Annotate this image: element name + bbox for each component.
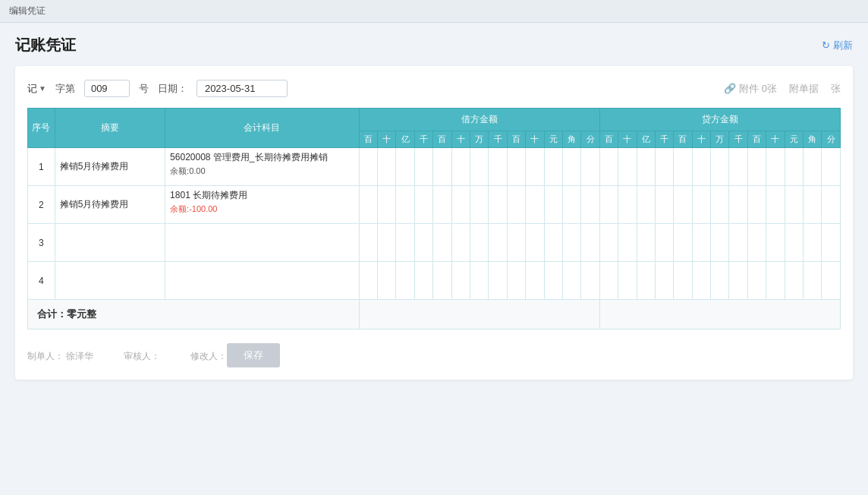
debit-cell[interactable] — [396, 186, 414, 224]
debit-cell[interactable] — [470, 262, 489, 300]
debit-cell[interactable] — [470, 148, 489, 186]
credit-cell[interactable] — [618, 186, 637, 224]
debit-cell[interactable] — [378, 262, 396, 300]
row-summary[interactable] — [55, 224, 165, 262]
debit-cell[interactable] — [433, 148, 451, 186]
credit-cell[interactable] — [655, 186, 673, 224]
debit-cell[interactable] — [581, 262, 599, 300]
credit-cell[interactable] — [711, 224, 729, 262]
credit-cell[interactable] — [674, 224, 692, 262]
credit-cell[interactable] — [822, 262, 841, 300]
debit-cell[interactable] — [562, 186, 580, 224]
debit-cell[interactable] — [451, 148, 470, 186]
credit-cell[interactable] — [618, 148, 637, 186]
credit-cell[interactable] — [785, 148, 803, 186]
debit-cell[interactable] — [396, 262, 414, 300]
debit-cell[interactable] — [451, 262, 470, 300]
debit-cell[interactable] — [507, 224, 525, 262]
debit-cell[interactable] — [433, 262, 451, 300]
debit-cell[interactable] — [378, 186, 396, 224]
credit-cell[interactable] — [766, 148, 785, 186]
credit-cell[interactable] — [822, 224, 841, 262]
credit-cell[interactable] — [711, 186, 729, 224]
debit-cell[interactable] — [414, 148, 432, 186]
debit-cell[interactable] — [581, 224, 599, 262]
credit-cell[interactable] — [674, 148, 692, 186]
credit-cell[interactable] — [692, 262, 710, 300]
credit-cell[interactable] — [692, 148, 710, 186]
debit-cell[interactable] — [489, 148, 507, 186]
attachment-link[interactable]: 🔗 附件 0张 — [724, 82, 777, 96]
credit-cell[interactable] — [785, 262, 803, 300]
credit-cell[interactable] — [822, 186, 841, 224]
refresh-button[interactable]: ↻ 刷新 — [822, 39, 853, 52]
credit-cell[interactable] — [729, 262, 747, 300]
credit-cell[interactable] — [804, 186, 822, 224]
row-account[interactable] — [165, 224, 360, 262]
debit-cell[interactable] — [544, 148, 562, 186]
credit-cell[interactable] — [804, 148, 822, 186]
credit-cell[interactable] — [747, 262, 766, 300]
credit-cell[interactable] — [785, 186, 803, 224]
debit-cell[interactable] — [562, 224, 580, 262]
credit-cell[interactable] — [766, 186, 785, 224]
row-summary[interactable]: 摊销5月待摊费用 — [55, 148, 165, 186]
row-account[interactable]: 1801 长期待摊费用余额:-100.00 — [165, 186, 360, 224]
debit-cell[interactable] — [526, 186, 544, 224]
credit-cell[interactable] — [618, 262, 637, 300]
debit-cell[interactable] — [507, 148, 525, 186]
debit-cell[interactable] — [526, 224, 544, 262]
credit-cell[interactable] — [822, 148, 841, 186]
debit-cell[interactable] — [526, 148, 544, 186]
credit-cell[interactable] — [637, 224, 655, 262]
debit-cell[interactable] — [378, 224, 396, 262]
debit-cell[interactable] — [489, 224, 507, 262]
voucher-type-dropdown-icon[interactable]: ▼ — [39, 84, 46, 93]
row-summary[interactable] — [55, 262, 165, 300]
debit-cell[interactable] — [526, 262, 544, 300]
debit-cell[interactable] — [507, 262, 525, 300]
credit-cell[interactable] — [599, 186, 618, 224]
credit-cell[interactable] — [711, 262, 729, 300]
credit-cell[interactable] — [804, 262, 822, 300]
row-account[interactable]: 56020008 管理费用_长期待摊费用摊销余额:0.00 — [165, 148, 360, 186]
credit-cell[interactable] — [747, 148, 766, 186]
credit-cell[interactable] — [729, 186, 747, 224]
debit-cell[interactable] — [581, 148, 599, 186]
debit-cell[interactable] — [451, 224, 470, 262]
debit-cell[interactable] — [489, 186, 507, 224]
debit-cell[interactable] — [544, 262, 562, 300]
credit-cell[interactable] — [804, 224, 822, 262]
debit-cell[interactable] — [544, 224, 562, 262]
debit-cell[interactable] — [507, 186, 525, 224]
debit-cell[interactable] — [359, 224, 377, 262]
debit-cell[interactable] — [359, 148, 377, 186]
credit-cell[interactable] — [599, 262, 618, 300]
debit-cell[interactable] — [396, 148, 414, 186]
credit-cell[interactable] — [655, 148, 673, 186]
credit-cell[interactable] — [711, 148, 729, 186]
date-input[interactable] — [197, 80, 288, 97]
credit-cell[interactable] — [674, 186, 692, 224]
debit-cell[interactable] — [581, 186, 599, 224]
credit-cell[interactable] — [729, 148, 747, 186]
credit-cell[interactable] — [747, 224, 766, 262]
debit-cell[interactable] — [470, 224, 489, 262]
debit-cell[interactable] — [359, 186, 377, 224]
credit-cell[interactable] — [766, 224, 785, 262]
debit-cell[interactable] — [544, 186, 562, 224]
debit-cell[interactable] — [470, 186, 489, 224]
save-button[interactable]: 保存 — [227, 343, 280, 367]
debit-cell[interactable] — [489, 262, 507, 300]
voucher-type[interactable]: 记 ▼ — [27, 82, 46, 96]
credit-cell[interactable] — [692, 186, 710, 224]
debit-cell[interactable] — [562, 262, 580, 300]
credit-cell[interactable] — [692, 224, 710, 262]
debit-cell[interactable] — [562, 148, 580, 186]
debit-cell[interactable] — [414, 262, 432, 300]
credit-cell[interactable] — [637, 186, 655, 224]
credit-cell[interactable] — [729, 224, 747, 262]
credit-cell[interactable] — [766, 262, 785, 300]
credit-cell[interactable] — [674, 262, 692, 300]
debit-cell[interactable] — [359, 262, 377, 300]
